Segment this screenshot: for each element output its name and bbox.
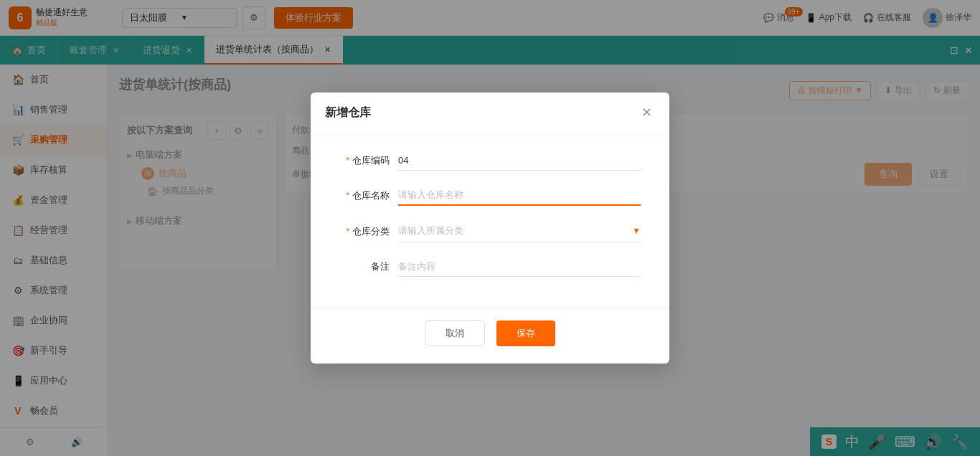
save-button[interactable]: 保存	[496, 320, 555, 346]
remarks-label: 备注	[339, 260, 390, 273]
warehouse-name-input[interactable]	[398, 185, 641, 206]
warehouse-category-label: 仓库分类	[339, 225, 390, 238]
form-field-warehouse-code: 仓库编码	[339, 151, 641, 171]
modal-header: 新增仓库 ✕	[311, 92, 669, 133]
modal-overlay: 新增仓库 ✕ 仓库编码 仓库名称 仓库分类 请输入所属分类 ▼	[0, 0, 980, 456]
modal-close-btn[interactable]: ✕	[638, 104, 655, 121]
modal-title: 新增仓库	[325, 105, 371, 120]
warehouse-code-label: 仓库编码	[339, 154, 390, 167]
modal-footer: 取消 保存	[311, 308, 669, 364]
remarks-input[interactable]	[398, 257, 641, 277]
modal-new-warehouse: 新增仓库 ✕ 仓库编码 仓库名称 仓库分类 请输入所属分类 ▼	[311, 92, 669, 364]
warehouse-category-select[interactable]: 请输入所属分类 ▼	[398, 220, 641, 242]
warehouse-category-placeholder: 请输入所属分类	[398, 224, 463, 237]
form-field-remarks: 备注	[339, 257, 641, 277]
category-dropdown-icon: ▼	[632, 226, 641, 236]
form-field-warehouse-name: 仓库名称	[339, 185, 641, 206]
warehouse-name-label: 仓库名称	[339, 189, 390, 202]
modal-body: 仓库编码 仓库名称 仓库分类 请输入所属分类 ▼ 备注	[311, 133, 669, 308]
form-field-warehouse-category: 仓库分类 请输入所属分类 ▼	[339, 220, 641, 242]
cancel-button[interactable]: 取消	[425, 320, 485, 346]
warehouse-code-input[interactable]	[398, 151, 641, 171]
